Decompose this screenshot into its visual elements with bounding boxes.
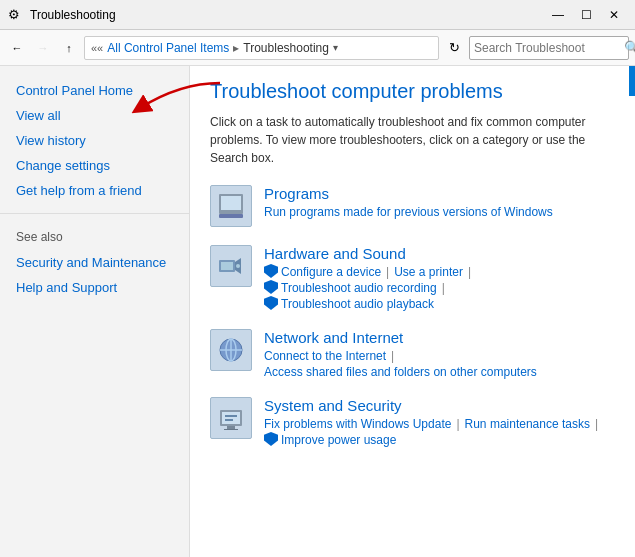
hardware-sound-info: Hardware and Sound Configure a device | … — [264, 245, 615, 311]
network-links: Connect to the Internet | Access shared … — [264, 349, 615, 379]
svg-rect-13 — [222, 412, 240, 424]
hw-link-printer[interactable]: Use a printer — [394, 265, 463, 279]
sidebar-divider — [0, 213, 189, 214]
shield-icon-1 — [264, 264, 278, 278]
sidebar-item-change-settings[interactable]: Change settings — [0, 153, 189, 178]
breadcrumb-separator-1: ▸ — [233, 41, 239, 55]
programs-icon — [210, 185, 252, 227]
svg-rect-3 — [227, 212, 235, 214]
sidebar-item-help-support[interactable]: Help and Support — [0, 275, 189, 300]
blue-accent-bar — [629, 66, 635, 96]
window-icon: ⚙ — [8, 7, 24, 23]
sidebar: Control Panel Home View all View history… — [0, 66, 190, 557]
system-security-icon — [210, 397, 252, 439]
sidebar-item-view-all[interactable]: View all — [0, 103, 189, 128]
svg-rect-16 — [227, 426, 235, 429]
programs-title[interactable]: Programs — [264, 185, 615, 202]
forward-button[interactable]: → — [32, 37, 54, 59]
category-system-security: System and Security Fix problems with Wi… — [210, 397, 615, 447]
hw-link-audio-play[interactable]: Troubleshoot audio playback — [281, 297, 434, 311]
shield-icon-3 — [264, 296, 278, 310]
shield-icon-4 — [264, 432, 278, 446]
page-title: Troubleshoot computer problems — [210, 80, 615, 103]
sys-link-maintenance[interactable]: Run maintenance tasks — [465, 417, 590, 431]
search-box: 🔍 — [469, 36, 629, 60]
sidebar-see-also-title: See also — [0, 224, 189, 250]
back-button[interactable]: ← — [6, 37, 28, 59]
category-network: Network and Internet Connect to the Inte… — [210, 329, 615, 379]
programs-info: Programs Run programs made for previous … — [264, 185, 615, 219]
refresh-button[interactable]: ↻ — [443, 37, 465, 59]
breadcrumb-item-1[interactable]: All Control Panel Items — [107, 41, 229, 55]
sys-link-power[interactable]: Improve power usage — [281, 433, 396, 447]
category-hardware-sound: Hardware and Sound Configure a device | … — [210, 245, 615, 311]
sys-link-windows-update[interactable]: Fix problems with Windows Update — [264, 417, 451, 431]
network-icon — [210, 329, 252, 371]
network-info: Network and Internet Connect to the Inte… — [264, 329, 615, 379]
window-title: Troubleshooting — [30, 8, 545, 22]
maximize-button[interactable]: ☐ — [573, 5, 599, 25]
page-description: Click on a task to automatically trouble… — [210, 113, 615, 167]
svg-rect-5 — [221, 262, 233, 270]
net-link-shared[interactable]: Access shared files and folders on other… — [264, 365, 537, 379]
sidebar-item-control-panel-home[interactable]: Control Panel Home — [0, 78, 189, 103]
system-security-links: Fix problems with Windows Update | Run m… — [264, 417, 615, 447]
svg-rect-15 — [225, 419, 233, 421]
svg-point-7 — [236, 264, 240, 268]
minimize-button[interactable]: — — [545, 5, 571, 25]
hw-link-configure[interactable]: Configure a device — [281, 265, 381, 279]
breadcrumb-item-2: Troubleshooting — [243, 41, 329, 55]
category-programs: Programs Run programs made for previous … — [210, 185, 615, 227]
svg-rect-17 — [224, 429, 238, 430]
content-area: Troubleshoot computer problems Click on … — [190, 66, 635, 557]
breadcrumb: «« All Control Panel Items ▸ Troubleshoo… — [84, 36, 439, 60]
up-button[interactable]: ↑ — [58, 37, 80, 59]
main-container: Control Panel Home View all View history… — [0, 66, 635, 557]
hardware-sound-icon — [210, 245, 252, 287]
system-security-title[interactable]: System and Security — [264, 397, 615, 414]
sidebar-item-view-history[interactable]: View history — [0, 128, 189, 153]
hw-link-audio-rec[interactable]: Troubleshoot audio recording — [281, 281, 437, 295]
svg-rect-14 — [225, 415, 237, 417]
hardware-sound-links: Configure a device | Use a printer | Tro… — [264, 265, 615, 311]
svg-rect-1 — [221, 196, 241, 210]
sidebar-item-security[interactable]: Security and Maintenance — [0, 250, 189, 275]
network-title[interactable]: Network and Internet — [264, 329, 615, 346]
svg-rect-2 — [219, 214, 243, 218]
window-controls: — ☐ ✕ — [545, 5, 627, 25]
search-input[interactable] — [474, 41, 624, 55]
programs-links: Run programs made for previous versions … — [264, 205, 615, 219]
system-security-info: System and Security Fix problems with Wi… — [264, 397, 615, 447]
shield-icon-2 — [264, 280, 278, 294]
net-link-connect[interactable]: Connect to the Internet — [264, 349, 386, 363]
sidebar-item-get-help[interactable]: Get help from a friend — [0, 178, 189, 203]
hardware-sound-title[interactable]: Hardware and Sound — [264, 245, 615, 262]
address-bar: ← → ↑ «« All Control Panel Items ▸ Troub… — [0, 30, 635, 66]
breadcrumb-dropdown[interactable]: ▾ — [333, 42, 338, 53]
close-button[interactable]: ✕ — [601, 5, 627, 25]
programs-link-1[interactable]: Run programs made for previous versions … — [264, 205, 553, 219]
search-icon[interactable]: 🔍 — [624, 40, 635, 55]
title-bar: ⚙ Troubleshooting — ☐ ✕ — [0, 0, 635, 30]
breadcrumb-prefix: «« — [91, 42, 103, 54]
